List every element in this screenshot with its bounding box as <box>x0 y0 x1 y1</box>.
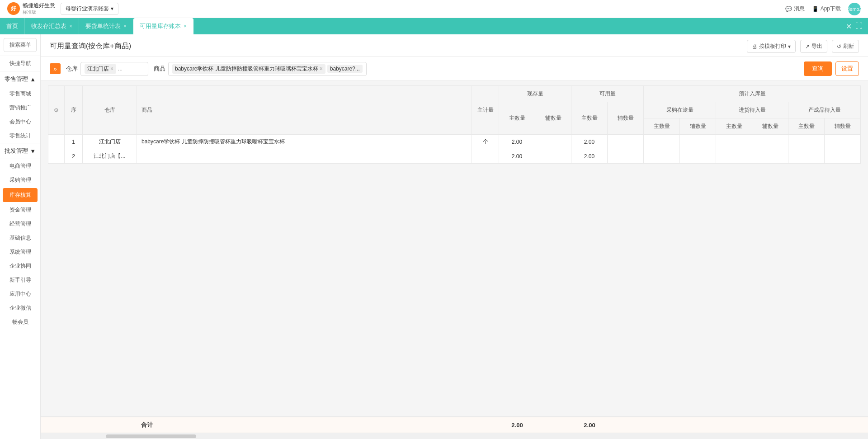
cell-finished-aux-1 <box>825 135 861 149</box>
th-available-group: 可用量 <box>571 86 644 102</box>
refresh-icon: ↺ <box>837 43 841 50</box>
sidebar-item-operation[interactable]: 经营管理 <box>0 217 40 231</box>
cell-incoming-main-2 <box>716 149 752 164</box>
tab-income[interactable]: 收发存汇总表 × <box>25 18 79 34</box>
print-chevron-icon: ▾ <box>788 43 791 50</box>
close-all-icon[interactable]: ✕ <box>846 22 852 31</box>
sidebar-item-newguide[interactable]: 新手引导 <box>0 273 40 287</box>
sidebar-wholesale-header[interactable]: 批发管理 ▼ <box>0 143 40 159</box>
sidebar-retail-label: 零售管理 <box>5 75 28 83</box>
warehouse-filter-label: 仓库 <box>66 65 78 73</box>
th-finished-group: 产成品待入量 <box>788 102 861 118</box>
scroll-thumb[interactable] <box>106 434 196 438</box>
th-avail-main: 主数量 <box>571 102 608 135</box>
th-purchase-transit-aux: 辅数量 <box>680 118 716 135</box>
message-button[interactable]: 💬 消息 <box>785 5 805 13</box>
export-button[interactable]: ↗ 导出 <box>800 40 827 53</box>
sidebar-item-enterprise[interactable]: 企业协同 <box>0 259 40 273</box>
th-purchase-transit-main: 主数量 <box>644 118 680 135</box>
app-download-button[interactable]: 📱 App下载 <box>812 5 841 13</box>
sidebar-item-marketing[interactable]: 营销推广 <box>0 101 40 115</box>
sidebar-section-retail: 零售管理 ▲ 零售商城 营销推广 会员中心 零售统计 <box>0 71 40 143</box>
sidebar-item-inventory[interactable]: 库存核算 <box>3 188 38 202</box>
th-seq: 序 <box>65 86 83 135</box>
tab-stock[interactable]: 可用量库存账本 × <box>133 18 193 34</box>
sidebar-item-appcenter[interactable]: 应用中心 <box>0 287 40 301</box>
cell-pur-transit-main-1 <box>644 135 680 149</box>
table-row: 2 江北门店【... 2.00 2.00 <box>48 149 861 164</box>
sidebar-item-system[interactable]: 系统管理 <box>0 245 40 259</box>
logo-icon: 好 <box>7 2 20 15</box>
sidebar-item-member[interactable]: 会员中心 <box>0 115 40 129</box>
th-product: 商品 <box>137 86 472 135</box>
top-bar: 好 畅捷通好生意 标准版 母婴行业演示账套 ▾ 💬 消息 📱 App下载 dem… <box>0 0 868 18</box>
settings-icon[interactable]: ⚙ <box>54 107 59 113</box>
th-current-stock-group: 现存量 <box>499 86 571 102</box>
cell-avail-main-2: 2.00 <box>571 149 608 164</box>
footer-bar: 合计 2.00 2.00 <box>41 416 868 433</box>
th-current-main: 主数量 <box>499 102 535 135</box>
tab-stock-close[interactable]: × <box>184 23 187 29</box>
print-icon: 🖨 <box>752 43 757 50</box>
cell-curr-main-2: 2.00 <box>499 149 535 164</box>
tenant-selector[interactable]: 母婴行业演示账套 ▾ <box>61 3 118 15</box>
tab-bar-actions: ✕ ⛶ <box>840 18 868 34</box>
tab-income-close[interactable]: × <box>69 23 72 29</box>
tab-income-label: 收发存汇总表 <box>31 22 66 30</box>
th-purchase-transit-group: 采购在途量 <box>644 102 716 118</box>
warehouse-filter-input[interactable]: 江北门店 × ... <box>80 62 148 76</box>
quick-nav-button[interactable]: 快捷导航 <box>0 56 40 71</box>
filter-actions: 查询 设置 <box>804 61 859 76</box>
cell-unit-1: 个 <box>472 135 499 149</box>
cell-avail-main-1: 2.00 <box>571 135 608 149</box>
th-incoming-group: 进货待入量 <box>716 102 788 118</box>
sidebar-retail-header[interactable]: 零售管理 ▲ <box>0 71 40 87</box>
refresh-button[interactable]: ↺ 刷新 <box>832 40 859 53</box>
cell-product-2 <box>137 149 472 164</box>
footer-pur-transit-aux <box>680 421 716 429</box>
footer-curr-aux <box>535 421 571 429</box>
query-button[interactable]: 查询 <box>804 61 832 76</box>
print-button[interactable]: 🖨 按模板打印 ▾ <box>747 40 796 53</box>
tab-order-label: 要货单统计表 <box>85 22 121 30</box>
warehouse-tag-remove[interactable]: × <box>110 66 113 72</box>
footer-curr-main: 2.00 <box>499 421 535 429</box>
tab-home[interactable]: 首页 <box>0 18 25 34</box>
cell-unit-2 <box>472 149 499 164</box>
fullscreen-icon[interactable]: ⛶ <box>855 22 863 30</box>
tab-order-close[interactable]: × <box>123 23 127 29</box>
sidebar-item-vip[interactable]: 畅会员 <box>0 315 40 329</box>
sidebar-item-retail-stats[interactable]: 零售统计 <box>0 129 40 143</box>
footer-incoming-main <box>716 421 752 429</box>
page-actions: 🖨 按模板打印 ▾ ↗ 导出 ↺ 刷新 <box>747 40 859 53</box>
setting-button[interactable]: 设置 <box>835 61 859 76</box>
sidebar-item-enterprise-wechat[interactable]: 企业微信 <box>0 301 40 315</box>
page-title: 可用量查询(按仓库+商品) <box>50 42 131 51</box>
sidebar: 搜索菜单 快捷导航 零售管理 ▲ 零售商城 营销推广 会员中心 零售统计 批发管… <box>0 34 41 439</box>
th-current-aux: 辅数量 <box>535 102 571 135</box>
sidebar-item-purchase[interactable]: 采购管理 <box>0 173 40 187</box>
sidebar-item-finance[interactable]: 资金管理 <box>0 203 40 217</box>
th-incoming-aux: 辅数量 <box>752 118 788 135</box>
cell-curr-aux-1 <box>535 135 571 149</box>
top-bar-right: 💬 消息 📱 App下载 demo2 <box>785 3 861 15</box>
cell-incoming-aux-1 <box>752 135 788 149</box>
filter-expand-button[interactable]: » <box>50 63 61 74</box>
product-filter-input[interactable]: babycare学饮杯 儿童防摔防撞吸管杯重力球吸嘴杯宝宝水杯 × babyca… <box>168 62 367 76</box>
search-menu-button[interactable]: 搜索菜单 <box>4 38 37 52</box>
tab-home-label: 首页 <box>6 22 18 30</box>
horizontal-scrollbar[interactable] <box>41 433 868 439</box>
tab-order[interactable]: 要货单统计表 × <box>79 18 133 34</box>
footer-finished-aux <box>825 421 861 429</box>
sidebar-item-basic[interactable]: 基础信息 <box>0 231 40 245</box>
tab-stock-label: 可用量库存账本 <box>140 22 181 30</box>
top-bar-left: 好 畅捷通好生意 标准版 母婴行业演示账套 ▾ <box>7 2 118 15</box>
sidebar-item-retail-mall[interactable]: 零售商城 <box>0 87 40 101</box>
avatar[interactable]: demo2 <box>848 3 861 15</box>
main-layout: 搜索菜单 快捷导航 零售管理 ▲ 零售商城 营销推广 会员中心 零售统计 批发管… <box>0 34 868 439</box>
sidebar-item-ecommerce[interactable]: 电商管理 <box>0 159 40 173</box>
product-tag-1-remove[interactable]: × <box>320 66 323 72</box>
th-main-unit: 主计量 <box>472 86 499 135</box>
footer-avail-main: 2.00 <box>571 421 608 429</box>
warehouse-more-btn[interactable]: ... <box>118 66 123 72</box>
